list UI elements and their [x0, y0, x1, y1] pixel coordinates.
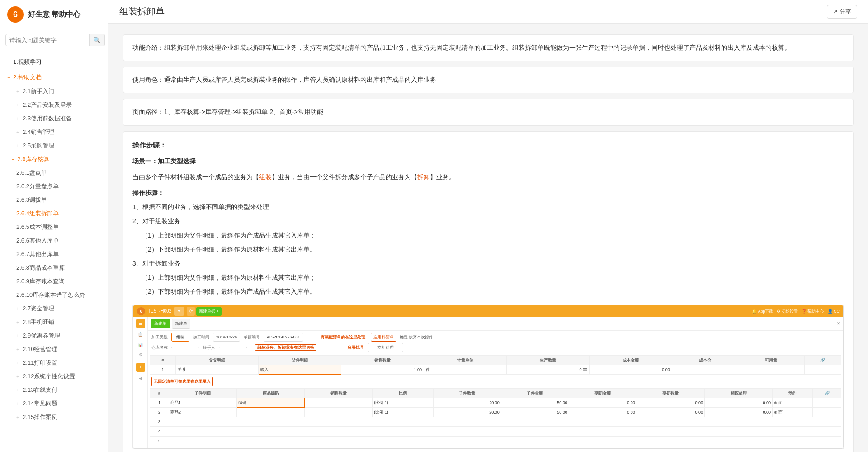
search-input[interactable] [5, 34, 90, 46]
mock-annotation-top: 有装配清单的在这里处理 [321, 335, 365, 339]
sidebar-item-mobile[interactable]: + 2.8手机旺铺 [0, 315, 108, 329]
sidebar-item-2-6-6[interactable]: 2.6.6其他入库单 [0, 234, 108, 247]
sidebar-item-2-6-9[interactable]: 2.6.9库存账本查询 [0, 275, 108, 288]
sidebar-item-customize[interactable]: + 2.12系统个性化设置 [0, 370, 108, 383]
sidebar-item-install[interactable]: + 2.2产品安装及登录 [0, 98, 108, 112]
mock-annotation-bottom-area: 无固定清单可在这里在这里录入 [148, 376, 843, 387]
plus-icon: + [16, 374, 19, 379]
logo-icon: 6 [7, 6, 24, 23]
nav-section-docs: − 2.帮助文档 + 2.1新手入门 + 2.2产品安装及登录 + 2.3使用前… [0, 70, 108, 424]
mock-dropdown: ▼ [174, 307, 184, 316]
plus-icon: + [16, 306, 19, 311]
mock-process-label: 启用处理 [347, 345, 363, 350]
mock-tab-save: 新建单 [172, 319, 190, 328]
mock-table-row-lower-5: 5 [150, 436, 841, 446]
nav-sub-items-inventory: 2.6.1盘点单 2.6.2分量盘点单 2.6.3调拨单 2.6.4组装拆卸单 … [0, 166, 108, 302]
mock-type-btn: 选用料清单 [371, 333, 396, 342]
minus-icon: − [12, 157, 14, 162]
sidebar-item-coupon[interactable]: + 2.9优惠券管理 [0, 329, 108, 343]
topbar: 组装拆卸单 ↗ 分享 [108, 0, 868, 24]
mock-sidebar-icons: ☰ 📋 📊 ⚙ + ◀ [133, 317, 148, 448]
site-title: 好生意 帮助中心 [28, 10, 80, 19]
mock-tabs: 新建单 新建单 ✕ [148, 317, 843, 330]
intro-card: 功能介绍：组装拆卸单用来处理企业组装或拆卸等加工业务，支持有固定装配清单的产品加… [123, 34, 854, 61]
plus-icon: + [16, 143, 19, 148]
plus-icon: + [16, 401, 19, 406]
screenshot-container: 6 TEST-H002 ▼ ⟳ 新建单据 + 🔔 App下载 ⚙ 初始设置 ❓ … [132, 305, 844, 449]
search-button[interactable]: 🔍 [90, 34, 105, 46]
mock-table-row-lower-4: 4 [150, 427, 841, 436]
step2-2: （2）下部明细为子件明细，最终作为原材料生成其它出库单。 [132, 244, 844, 255]
nav-section-inventory: − 2.6库存核算 2.6.1盘点单 2.6.2分量盘点单 2.6.3调拨单 2… [0, 152, 108, 302]
sidebar-item-videos[interactable]: + 1.视频学习 [0, 55, 108, 69]
search-box: 🔍 [0, 29, 108, 51]
step3-1: （1）上部明细为父件明细，最终作为原材料生成其它出库单； [132, 272, 844, 283]
sidebar-item-2-6-10[interactable]: 2.6.10库存账本错了怎么办 [0, 288, 108, 302]
steps-card: 操作步骤： 场景一：加工类型选择 当由多个子件材料组装成一个成品的业务为【组装】… [123, 131, 854, 452]
plus-icon: + [16, 319, 19, 325]
mock-annotation-process: 启用处理 [347, 344, 363, 351]
sidebar-item-2-6-3[interactable]: 2.6.3调拨单 [0, 193, 108, 207]
step1: 1、根据不同的业务，选择不同单据的类型来处理 [132, 201, 844, 213]
sidebar-item-prepare[interactable]: + 2.3使用前数据准备 [0, 112, 108, 125]
scenario-title: 场景一：加工类型选择 [132, 157, 196, 165]
mock-table-row-lower-3: 3 [150, 417, 841, 427]
sidebar-item-2-6-5[interactable]: 2.6.5成本调整单 [0, 220, 108, 234]
content-area: 功能介绍：组装拆卸单用来处理企业组装或拆卸等加工业务，支持有固定装配清单的产品加… [108, 24, 868, 452]
sidebar-item-faq[interactable]: + 2.14常见问题 [0, 397, 108, 410]
steps-title: 操作步骤： [132, 139, 844, 151]
plus-icon: + [16, 414, 19, 420]
mock-table-row-lower-2: 2 商品2 (比例:1) 20.00 50.00 0.00 [150, 407, 841, 417]
mock-annotation-bottom: 无固定清单可在这里在这里录入 [151, 377, 213, 386]
plus-icon: + [16, 347, 19, 352]
step2: 2、对于组装业务 [132, 215, 844, 227]
mock-upper-table: # 父父明细 父件明细 销售数量 计量单位 生产数量 成本金额 成本价 [150, 355, 841, 375]
mock-btn-create: 新建单据 + [196, 307, 222, 315]
sidebar-item-cases[interactable]: + 2.15操作案例 [0, 410, 108, 424]
nav-section-videos: + 1.视频学习 [0, 55, 108, 69]
mock-date-field: 2019-12-26 [213, 333, 240, 342]
mock-process-type-field: 组装 [171, 333, 189, 342]
sidebar-item-2-6-4[interactable]: 2.6.4组装拆卸单 [0, 207, 108, 220]
role-text: 使用角色：通常由生产人员或库管人员完成拆装业务的操作，库管人员确认原材料的出库和… [132, 76, 436, 83]
sidebar-item-inventory[interactable]: − 2.6库存核算 [0, 152, 108, 166]
nav-tree: + 1.视频学习 − 2.帮助文档 + 2.1新手入门 + 2.2产品安装及登录 [0, 51, 108, 452]
main-panel: 组装拆卸单 ↗ 分享 功能介绍：组装拆卸单用来处理企业组装或拆卸等加工业务，支持… [108, 0, 868, 452]
sidebar-item-finance[interactable]: + 2.7资金管理 [0, 302, 108, 315]
nav-sub-items-docs: + 2.1新手入门 + 2.2产品安装及登录 + 2.3使用前数据准备 + 2.… [0, 85, 108, 424]
mock-table-row-lower-1: 1 商品1 编码 (比例:1) 20.00 50.00 0.00 [150, 398, 841, 407]
sidebar-item-newbie[interactable]: + 2.1新手入门 [0, 85, 108, 98]
mock-system-id: TEST-H002 [148, 307, 171, 315]
step3-2: （2）下部明细为子件明细，最终作为产成品生成其它入库单。 [132, 286, 844, 297]
plus-icon: + [16, 116, 19, 121]
mock-lower-table-area: # 子件明细 商品编码 销售数量 比例 子件数量 子件金额 期初金额 [148, 387, 843, 449]
sidebar-item-print[interactable]: + 2.11打印设置 [0, 356, 108, 370]
sidebar: 6 好生意 帮助中心 🔍 + 1.视频学习 − 2.帮助文档 + 2.1新手入门 [0, 0, 108, 452]
sidebar-item-sales[interactable]: + 2.4销售管理 [0, 125, 108, 139]
step3: 3、对于拆卸业务 [132, 258, 844, 269]
share-button[interactable]: ↗ 分享 [827, 5, 857, 19]
mock-form-row1: 加工类型 组装 加工时间 2019-12-26 单据编号 AD-20191226… [151, 333, 840, 342]
sidebar-item-2-6-2[interactable]: 2.6.2分量盘点单 [0, 180, 108, 193]
mock-annotation-type-text: 组装业务、拆卸业务在这里切换 [255, 344, 316, 351]
minus-icon: − [7, 74, 10, 81]
mock-refresh: ⟳ 新建单据 + [187, 307, 222, 316]
plus-icon: + [16, 333, 19, 338]
share-icon: ↗ [833, 8, 838, 15]
sidebar-item-videos-label: 1.视频学习 [13, 58, 42, 66]
mock-layout: ☰ 📋 📊 ⚙ + ◀ [133, 317, 843, 448]
sidebar-item-2-6-7[interactable]: 2.6.7其他出库单 [0, 247, 108, 261]
sidebar-item-2-6-8[interactable]: 2.6.8商品成本重算 [0, 261, 108, 275]
mock-top-icons: 🔔 App下载 ⚙ 初始设置 ❓ 帮助中心 👤 CC [752, 308, 840, 315]
sidebar-item-2-6-1[interactable]: 2.6.1盘点单 [0, 166, 108, 180]
scenario-desc: 当由多个子件材料组装成一个成品的业务为【组装】业务，当由一个父件拆分成多个子产品… [132, 173, 455, 181]
plus-icon: + [16, 387, 19, 393]
sidebar-item-purchase[interactable]: + 2.5采购管理 [0, 139, 108, 152]
sidebar-item-operate[interactable]: + 2.10经营管理 [0, 343, 108, 356]
plus-icon: + [16, 129, 19, 135]
sidebar-item-docs[interactable]: − 2.帮助文档 [0, 70, 108, 85]
sidebar-item-docs-label: 2.帮助文档 [13, 73, 42, 81]
role-card: 使用角色：通常由生产人员或库管人员完成拆装业务的操作，库管人员确认原材料的出库和… [123, 67, 854, 93]
mock-tab-active: 新建单 [151, 319, 170, 328]
sidebar-item-pay[interactable]: + 2.13在线支付 [0, 383, 108, 397]
